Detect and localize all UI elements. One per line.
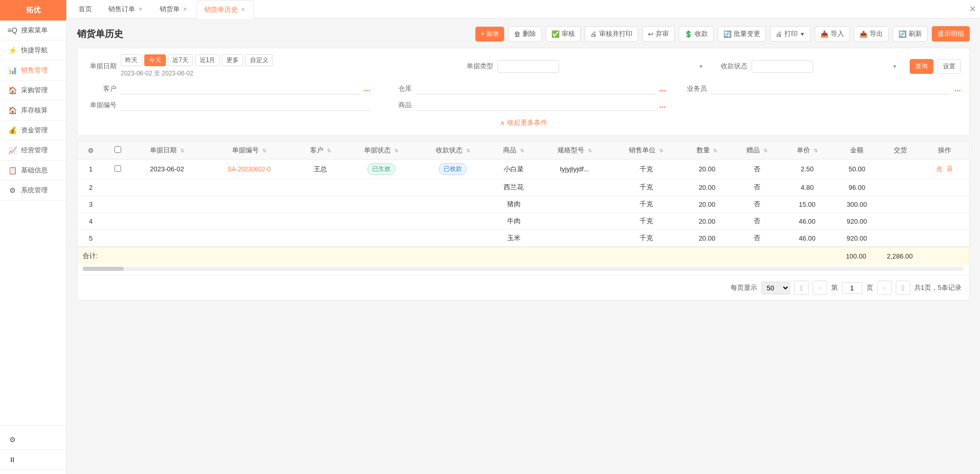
customer-ellipsis[interactable]: ... xyxy=(364,84,371,93)
sidebar-item-purchase[interactable]: 🏠 采购管理 xyxy=(0,81,66,101)
payment-status-select[interactable] xyxy=(752,60,813,73)
show-details-button[interactable]: 显示明细 xyxy=(932,26,970,42)
sidebar-item-search[interactable]: ≡Q 搜索菜单 xyxy=(0,21,66,41)
salesperson-ellipsis[interactable]: ... xyxy=(954,84,961,93)
sidebar-item-system[interactable]: ⚙ 系统管理 xyxy=(0,181,66,201)
col-settings[interactable]: ⚙ xyxy=(78,142,104,160)
page-next-btn[interactable]: › xyxy=(877,281,892,295)
sidebar-item-base[interactable]: 📋 基础信息 xyxy=(0,161,66,181)
tab-home[interactable]: 首页 xyxy=(71,0,100,18)
table-row: 12023-06-02SA-20230602-0王总已生效已收款小白菜tyjyj… xyxy=(78,160,969,179)
tab-sales-delivery[interactable]: 销货单 × xyxy=(152,0,196,18)
col-qty[interactable]: 数量 ⇅ xyxy=(682,142,732,160)
tab-sales-history[interactable]: 销货单历史 × xyxy=(197,1,254,19)
date-btn-7days[interactable]: 近7天 xyxy=(168,54,193,66)
tab-bar-right: ✕ xyxy=(969,4,976,14)
doc-no-link[interactable]: SA-20230602-0 xyxy=(227,166,271,173)
col-amount[interactable]: 金额 xyxy=(832,142,881,160)
cell-checkbox[interactable] xyxy=(104,196,131,213)
export-icon: 📤 xyxy=(859,30,868,38)
tab-bar: 首页 销售订单 × 销货单 × 销货单历史 × ✕ xyxy=(67,0,980,18)
horizontal-scrollbar[interactable] xyxy=(78,267,969,275)
cell-checkbox[interactable] xyxy=(104,160,131,179)
edit-action[interactable]: 改 xyxy=(936,165,943,172)
warehouse-ellipsis[interactable]: ... xyxy=(659,84,666,93)
col-doc-no[interactable]: 单据编号 ⇅ xyxy=(203,142,295,160)
collect-button[interactable]: 💲 收款 xyxy=(679,26,714,42)
scrollbar-thumb[interactable] xyxy=(83,267,124,271)
row-checkbox[interactable] xyxy=(114,165,121,172)
col-date[interactable]: 单据日期 ⇅ xyxy=(131,142,203,160)
sidebar-item-label: 系统管理 xyxy=(21,186,48,195)
date-btn-yesterday[interactable]: 昨天 xyxy=(121,54,142,66)
approve-print-button[interactable]: 🖨 审核并打印 xyxy=(585,26,638,42)
batch-change-button[interactable]: 🔄 批量变更 xyxy=(718,26,766,42)
cell-rownum: 1 xyxy=(78,160,104,179)
cell-checkbox[interactable] xyxy=(104,179,131,196)
date-btn-custom[interactable]: 自定义 xyxy=(245,54,273,66)
product-input[interactable] xyxy=(416,100,655,111)
settings-button[interactable]: 设置 xyxy=(937,59,961,74)
col-trade[interactable]: 交货 xyxy=(881,142,919,160)
salesperson-input[interactable] xyxy=(711,83,950,94)
delete-button[interactable]: 🗑 删除 xyxy=(508,26,542,42)
page-first-btn[interactable]: ⟪ xyxy=(794,281,809,295)
warehouse-input[interactable] xyxy=(416,83,655,94)
table-settings-icon[interactable]: ⚙ xyxy=(88,147,94,154)
sidebar-item-sales[interactable]: 📊 销售管理 xyxy=(0,61,66,81)
collapse-button[interactable]: ∧ 收起更多条件 xyxy=(494,116,553,129)
cell-qty: 20.00 xyxy=(682,160,732,179)
import-icon: 📥 xyxy=(820,30,829,38)
col-customer[interactable]: 客户 ⇅ xyxy=(295,142,345,160)
col-unit[interactable]: 销售单位 ⇅ xyxy=(610,142,682,160)
footer-label: 合计: xyxy=(83,251,124,261)
select-all-checkbox[interactable] xyxy=(114,146,121,153)
date-btn-1month[interactable]: 近1月 xyxy=(195,54,220,66)
doc-no-field: 单据编号 xyxy=(86,100,371,111)
tab-sales-order-close[interactable]: × xyxy=(138,6,143,13)
query-button[interactable]: 查询 xyxy=(910,59,933,74)
sidebar-item-ops[interactable]: 📈 经营管理 xyxy=(0,141,66,161)
col-payment-status[interactable]: 收款状态 ⇅ xyxy=(417,142,488,160)
per-page-select[interactable]: 50 100 200 xyxy=(761,282,790,294)
window-close-icon[interactable]: ✕ xyxy=(969,4,976,14)
customer-input[interactable] xyxy=(121,83,360,94)
sidebar-item-quick-nav[interactable]: ⚡ 快捷导航 xyxy=(0,41,66,61)
col-doc-status[interactable]: 单据状态 ⇅ xyxy=(345,142,417,160)
more-action[interactable]: 器 xyxy=(947,165,953,172)
page-last-btn[interactable]: ⟫ xyxy=(896,281,910,295)
search-row-2: 客户 ... 仓库 ... 业务员 ... xyxy=(86,83,961,94)
doc-no-input[interactable] xyxy=(121,100,371,111)
cell-trade xyxy=(881,179,919,196)
sidebar-item-inventory[interactable]: 🏠 库存核算 xyxy=(0,101,66,121)
col-product[interactable]: 商品 ⇅ xyxy=(489,142,539,160)
cell-checkbox[interactable] xyxy=(104,213,131,230)
cell-checkbox[interactable] xyxy=(104,230,131,247)
sidebar-item-finance[interactable]: 💰 资金管理 xyxy=(0,121,66,141)
export-button[interactable]: 📤 导出 xyxy=(854,26,889,42)
tab-sales-delivery-close[interactable]: × xyxy=(182,6,188,13)
cell-docno: SA-20230602-0 xyxy=(203,160,295,179)
print-button[interactable]: 🖨 打印 ▼ xyxy=(770,26,811,42)
approve-button[interactable]: ✅ 审核 xyxy=(546,26,581,42)
cell-unit: 千克 xyxy=(610,213,682,230)
date-btn-today[interactable]: 今天 xyxy=(144,54,166,66)
page-prev-btn[interactable]: ‹ xyxy=(813,281,827,295)
discard-button[interactable]: ↩ 弃审 xyxy=(642,26,675,42)
footer-values: 100.00 2,286.00 xyxy=(124,252,964,260)
col-spec[interactable]: 规格型号 ⇅ xyxy=(539,142,610,160)
tab-sales-history-close[interactable]: × xyxy=(240,6,246,13)
footer-total-amount: 2,286.00 xyxy=(887,252,913,260)
col-unit-price[interactable]: 单价 ⇅ xyxy=(782,142,833,160)
page-input[interactable] xyxy=(842,282,862,294)
new-button[interactable]: + 新增 xyxy=(475,27,504,42)
col-gift[interactable]: 赠品 ⇅ xyxy=(732,142,782,160)
refresh-button[interactable]: 🔄 刷新 xyxy=(893,26,928,42)
doc-type-select[interactable] xyxy=(497,60,559,73)
sidebar-collapse-btn[interactable]: ⏸ xyxy=(0,450,66,470)
sidebar-settings-btn[interactable]: ⚙ xyxy=(0,430,66,450)
date-btn-more[interactable]: 更多 xyxy=(222,54,243,66)
product-ellipsis[interactable]: ... xyxy=(659,101,666,110)
import-button[interactable]: 📥 导入 xyxy=(815,26,850,42)
tab-sales-order[interactable]: 销售订单 × xyxy=(101,0,151,18)
